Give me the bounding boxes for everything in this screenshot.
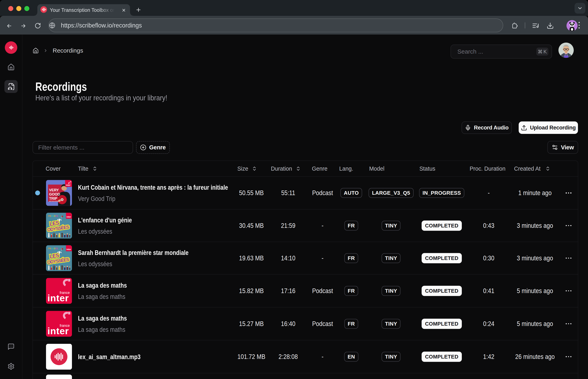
svg-text:TE: TE: [55, 247, 58, 250]
svg-text:inter: inter: [66, 184, 70, 186]
svg-text:inter: inter: [67, 215, 71, 218]
svg-text:TE: TE: [55, 215, 58, 217]
svg-text:GOOD: GOOD: [49, 192, 60, 197]
svg-text:inter: inter: [48, 292, 69, 303]
svg-text:VERY: VERY: [49, 188, 59, 192]
svg-text:TRIP: TRIP: [49, 196, 57, 201]
svg-text:O: O: [54, 215, 55, 217]
svg-text:inter: inter: [48, 325, 69, 336]
svg-text:ON: ON: [51, 247, 54, 250]
svg-text:inter: inter: [67, 248, 71, 250]
svg-text:ON: ON: [51, 215, 54, 217]
svg-text:O: O: [54, 247, 55, 250]
svg-text:MICHKA ASSAYAS: MICHKA ASSAYAS: [49, 201, 61, 202]
